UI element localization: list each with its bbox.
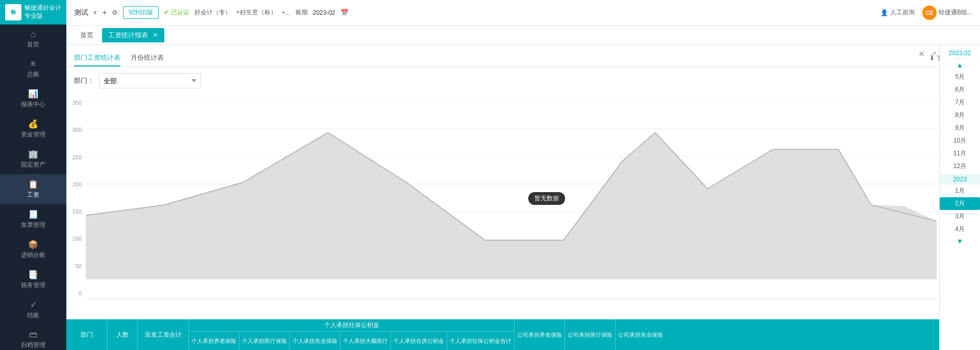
rp-month-5[interactable]: 5月 [940, 71, 980, 83]
th-personal-housing-fund: 个人承担住房公积金 [391, 332, 447, 350]
th-group-personal-cols: 个人承担养老保险 个人承担医疗保险 个人承担失业保险 个人承担大额医疗 个人承担… [189, 332, 514, 350]
tag-more: +... [282, 9, 290, 16]
rp-month-3[interactable]: 3月 [940, 210, 980, 223]
expand-window-btn[interactable]: ⤢ [930, 49, 937, 59]
logo-text-line2: 专业版 [24, 12, 61, 20]
sidebar-item-archive[interactable]: 🗃 归档管理 [0, 325, 66, 350]
switch-to-old-btn[interactable]: 切到旧版 [123, 6, 159, 19]
topbar-dropdown-arrow[interactable]: ▾ [93, 9, 97, 16]
tabbar: 首页 工资统计报表 ✕ [66, 26, 980, 45]
sidebar-label-archive: 归档管理 [21, 341, 45, 349]
sidebar-item-invoice[interactable]: 🧾 发票管理 [0, 204, 66, 235]
topbar-title: 测试 [74, 8, 88, 17]
y-label-300: 300 [69, 127, 84, 133]
archive-icon: 🗃 [29, 330, 37, 339]
chart-area: 暂无数据 [86, 100, 937, 296]
sidebar-item-salary[interactable]: 📋 工资 [0, 174, 66, 204]
chart-wrapper: 0 50 100 150 200 250 300 350 [66, 95, 939, 319]
dept-filter-select[interactable]: 全部 部门一 部门二 部门三 [99, 73, 201, 88]
sidebar-item-funds[interactable]: 💰 资金管理 [0, 114, 66, 144]
th-group-personal: 个人承担社保公积金 个人承担养老保险 个人承担医疗保险 个人承担失业保险 个人承… [189, 319, 514, 350]
tag-period-value: 2023-02 [313, 9, 335, 16]
close-window-btn[interactable]: ✕ [918, 49, 925, 59]
sidebar: 畅 畅捷通好会计 专业版 ⌂ 首页 ≡ 总账 📊 报表中心 💰 资金管理 🏢 固… [0, 0, 66, 350]
th-company-unemployment: 公司承担失业保险 [616, 319, 666, 350]
y-label-0: 0 [69, 290, 84, 296]
topbar-gear-icon[interactable]: ⚙ [112, 9, 118, 16]
filter-label: 部门： [74, 76, 94, 85]
sidebar-label-settlement: 结账 [27, 311, 39, 320]
sidebar-item-general-ledger[interactable]: ≡ 总账 [0, 54, 66, 84]
sidebar-item-settlement[interactable]: ✓ 结账 [0, 295, 66, 325]
th-personal-large-medical: 个人承担大额医疗 [340, 332, 391, 350]
main-area: 测试 ▾ + ⚙ 切到旧版 ✔ 已认证 好会计（专） +好生意（标） +... … [66, 0, 980, 350]
sidebar-item-sales[interactable]: 📦 进销台账 [0, 235, 66, 265]
calendar-icon[interactable]: 📅 [340, 9, 349, 16]
settlement-icon: ✓ [30, 300, 37, 310]
sidebar-item-reports[interactable]: 📊 报表中心 [0, 84, 66, 114]
sidebar-label-ledger: 总账 [27, 70, 39, 79]
th-total-salary: 应发工资合计 [138, 319, 189, 350]
rp-month-2[interactable]: 2月 [940, 197, 980, 210]
sidebar-item-tax[interactable]: 📑 税务管理 [0, 265, 66, 295]
rp-month-7[interactable]: 7月 [940, 96, 980, 109]
reports-icon: 📊 [28, 89, 38, 99]
table-header: 部门 人数 应发工资合计 个人承担社保公积金 个人承担养老保险 个人承担医疗保险… [66, 319, 980, 350]
rp-month-4[interactable]: 4月 [940, 223, 980, 236]
tab-home[interactable]: 首页 [74, 28, 100, 42]
tab-salary-report[interactable]: 工资统计报表 ✕ [102, 28, 164, 42]
y-axis: 0 50 100 150 200 250 300 350 [69, 100, 84, 296]
th-company-medical: 公司承担医疗保险 [565, 319, 616, 350]
window-controls: ✕ ⤢ [918, 49, 937, 59]
content-area: ✕ ⤢ 部门工资统计表 月份统计表 ⬇ 下载 ↻ 刷新 部门： 全部 [66, 45, 980, 350]
rp-month-10[interactable]: 10月 [940, 134, 980, 147]
sidebar-item-fixed-assets[interactable]: 🏢 固定资产 [0, 144, 66, 174]
funds-icon: 💰 [28, 119, 38, 129]
username: 轻捷通B组... [939, 8, 972, 17]
y-label-250: 250 [69, 154, 84, 160]
home-icon: ⌂ [31, 30, 36, 39]
subtab-monthly[interactable]: 月份统计表 [131, 50, 164, 66]
sales-icon: 📦 [28, 240, 38, 249]
rp-month-6[interactable]: 6月 [940, 83, 980, 96]
subtab-dept[interactable]: 部门工资统计表 [74, 50, 120, 66]
y-label-200: 200 [69, 181, 84, 188]
th-personal-total: 个人承担社保公积金合计 [447, 332, 514, 350]
rp-month-11[interactable]: 11月 [940, 147, 980, 160]
sidebar-label-home: 首页 [27, 40, 39, 49]
rp-nav-up[interactable]: ▲ [955, 59, 965, 71]
sidebar-label-salary: 工资 [27, 191, 39, 199]
customer-service-btn[interactable]: 👤 人工咨询 [880, 8, 915, 17]
invoice-icon: 🧾 [28, 209, 38, 219]
y-label-100: 100 [69, 236, 84, 242]
sidebar-item-home[interactable]: ⌂ 首页 [0, 25, 66, 54]
rp-year-2023: 2023 [940, 174, 980, 184]
rp-month-9[interactable]: 9月 [940, 122, 980, 134]
rp-month-12[interactable]: 12月 [940, 160, 980, 173]
tax-icon: 📑 [28, 270, 38, 279]
x-axis-line [86, 298, 937, 299]
sidebar-label-funds: 资金管理 [21, 130, 45, 139]
salary-icon: 📋 [28, 179, 38, 189]
ledger-icon: ≡ [31, 59, 35, 68]
topbar-add-icon[interactable]: + [102, 8, 107, 17]
avatar: CE [922, 6, 937, 20]
user-menu[interactable]: CE 轻捷通B组... [922, 6, 972, 20]
tab-close-salary-report[interactable]: ✕ [153, 31, 158, 39]
service-icon: 👤 [880, 9, 888, 16]
rp-month-8[interactable]: 8月 [940, 109, 980, 122]
sidebar-label-reports: 报表中心 [21, 100, 45, 109]
th-group-personal-title: 个人承担社保公积金 [189, 319, 514, 332]
service-label: 人工咨询 [890, 8, 915, 17]
status-certified: ✔ 已认证 [164, 8, 189, 17]
th-personal-unemployment: 个人承担失业保险 [290, 332, 340, 350]
sidebar-logo: 畅 畅捷通好会计 专业版 [0, 0, 66, 25]
th-headcount: 人数 [107, 319, 138, 350]
subtabbar: 部门工资统计表 月份统计表 ⬇ 下载 ↻ 刷新 [66, 45, 980, 67]
y-label-50: 50 [69, 263, 84, 269]
rp-nav-down[interactable]: ▼ [955, 236, 965, 247]
rp-month-1[interactable]: 1月 [940, 184, 980, 197]
logo-icon: 畅 [5, 4, 21, 20]
right-panel: 2023.02 ▲ 5月 6月 7月 8月 9月 10月 11月 12月 202… [939, 45, 980, 350]
th-company-pension: 公司承担养老保险 [514, 319, 565, 350]
